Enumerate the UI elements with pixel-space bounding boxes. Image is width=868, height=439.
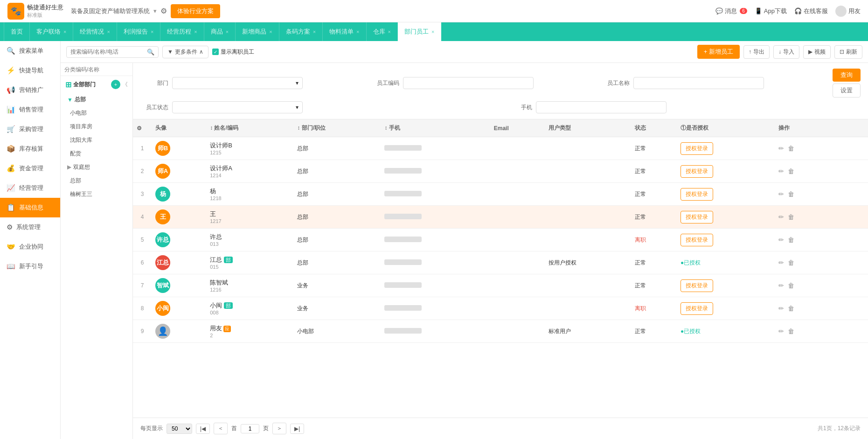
nav-guide[interactable]: 📖 新手引导	[0, 257, 60, 276]
auth-login-button[interactable]: 授权登录	[681, 302, 713, 315]
nav-system[interactable]: ⚙ 系统管理	[0, 217, 60, 237]
tab-customer[interactable]: 客户联络×	[30, 22, 73, 41]
dept-general-hq[interactable]: ▼ 总部	[61, 93, 132, 106]
auth-login-button[interactable]: 授权登录	[681, 211, 713, 223]
show-resigned-checkbox[interactable]: ✓	[212, 49, 219, 55]
nav-collab[interactable]: 🤝 企业协同	[0, 237, 60, 257]
nav-purchase[interactable]: 🛒 采购管理	[0, 119, 60, 139]
nav-inventory[interactable]: 📦 库存核算	[0, 139, 60, 159]
close-icon[interactable]: ×	[356, 29, 359, 35]
nav-marketing[interactable]: 📢 营销推广	[0, 80, 60, 100]
search-input[interactable]	[70, 49, 145, 55]
filter-empcode-input[interactable]	[403, 77, 534, 89]
online-service-button[interactable]: 🎧 在线客服	[794, 7, 828, 15]
delete-icon[interactable]: 🗑	[788, 190, 794, 198]
tab-history[interactable]: 经营历程×	[160, 22, 204, 41]
edit-icon[interactable]: ✏	[778, 190, 784, 198]
edit-icon[interactable]: ✏	[778, 145, 784, 152]
prev-page-button[interactable]: ＜	[214, 423, 228, 434]
close-icon[interactable]: ×	[388, 29, 391, 35]
dept-distribution[interactable]: 配货	[61, 147, 132, 160]
edit-icon[interactable]: ✏	[778, 167, 784, 175]
filter-phone-input[interactable]	[536, 101, 667, 113]
close-icon[interactable]: ×	[151, 29, 153, 35]
show-resigned-checkbox-wrap[interactable]: ✓ 显示离职员工	[212, 48, 254, 56]
set-button[interactable]: 设置	[833, 84, 861, 98]
tab-dept-staff[interactable]: 部门员工×	[398, 22, 441, 41]
tab-profit[interactable]: 利润报告×	[117, 22, 160, 41]
nav-search-menu[interactable]: 🔍 搜索菜单	[0, 41, 60, 61]
print-button[interactable]: ⊡ 刷新	[834, 45, 862, 59]
dept-nanshuwang[interactable]: 楠树王三	[61, 188, 132, 201]
edit-icon[interactable]: ✏	[778, 259, 784, 266]
tab-business[interactable]: 经营情况×	[73, 22, 117, 41]
edit-icon[interactable]: ✏	[778, 213, 784, 221]
edit-icon[interactable]: ✏	[778, 328, 784, 335]
close-icon[interactable]: ×	[63, 29, 66, 35]
close-icon[interactable]: ×	[431, 29, 434, 35]
video-button[interactable]: ▶ 视频	[803, 45, 831, 59]
nav-basic-info[interactable]: 📋 基础信息	[0, 198, 60, 217]
tab-warehouse[interactable]: 仓库×	[367, 22, 398, 41]
dropdown-arrow-icon[interactable]: ▾	[153, 7, 157, 14]
edit-icon[interactable]: ✏	[778, 282, 784, 289]
first-page-button[interactable]: |◀	[196, 424, 210, 434]
filter-dept-select[interactable]: ▾	[172, 77, 303, 89]
delete-icon[interactable]: 🗑	[788, 305, 794, 312]
dept-hq[interactable]: 总部	[61, 174, 132, 188]
auth-login-button[interactable]: 授权登录	[681, 188, 713, 201]
filter-status-select[interactable]: ▾	[172, 101, 303, 113]
tab-home[interactable]: 首页	[4, 22, 30, 41]
delete-icon[interactable]: 🗑	[788, 167, 794, 175]
add-dept-button[interactable]: +	[111, 80, 120, 89]
delete-icon[interactable]: 🗑	[788, 282, 794, 289]
nav-finance[interactable]: 💰 资金管理	[0, 159, 60, 178]
auth-login-button[interactable]: 授权登录	[681, 142, 713, 155]
delete-icon[interactable]: 🗑	[788, 236, 794, 244]
message-button[interactable]: 💬 消息 6	[715, 7, 747, 15]
delete-icon[interactable]: 🗑	[788, 259, 794, 266]
collapse-sidebar-button[interactable]: 《	[122, 81, 128, 89]
th-settings[interactable]: ⚙	[133, 119, 152, 137]
nav-sales[interactable]: 📊 销售管理	[0, 100, 60, 119]
export-button[interactable]: ↑ 导出	[743, 45, 770, 59]
next-page-button[interactable]: ＞	[272, 423, 286, 434]
close-icon[interactable]: ×	[226, 29, 229, 35]
last-page-button[interactable]: ▶|	[290, 424, 304, 434]
per-page-select[interactable]: 50 100 200	[167, 424, 192, 434]
nav-operations[interactable]: 📈 经营管理	[0, 178, 60, 198]
edit-icon[interactable]: ✏	[778, 305, 784, 312]
auth-login-button[interactable]: 授权登录	[681, 279, 713, 292]
close-icon[interactable]: ×	[107, 29, 110, 35]
dept-shuangt[interactable]: ▶双庭想	[61, 160, 132, 174]
page-input[interactable]	[241, 424, 259, 433]
dept-search-input[interactable]	[64, 66, 133, 73]
dept-small-elec[interactable]: 小电部	[61, 106, 132, 120]
query-button[interactable]: 查询	[833, 69, 861, 82]
more-filter-button[interactable]: ▼ 更多条件 ∧	[162, 46, 208, 58]
tab-goods[interactable]: 商品×	[204, 22, 236, 41]
delete-icon[interactable]: 🗑	[788, 328, 794, 335]
auth-login-button[interactable]: 授权登录	[681, 234, 713, 246]
tab-barcode[interactable]: 条码方案×	[279, 22, 323, 41]
settings-gear-button[interactable]: ⚙	[160, 7, 167, 15]
add-employee-button[interactable]: + 新增员工	[697, 45, 740, 59]
edit-icon[interactable]: ✏	[778, 236, 784, 244]
dept-shenyang[interactable]: 沈阳大库	[61, 133, 132, 147]
filter-empname-input[interactable]	[633, 77, 764, 89]
delete-icon[interactable]: 🗑	[788, 213, 794, 221]
delete-icon[interactable]: 🗑	[788, 145, 794, 152]
nav-quick-nav[interactable]: ⚡ 快捷导航	[0, 61, 60, 80]
close-icon[interactable]: ×	[269, 29, 272, 35]
trial-button[interactable]: 体验行业方案	[171, 4, 220, 18]
auth-login-button[interactable]: 授权登录	[681, 165, 713, 178]
close-icon[interactable]: ×	[194, 29, 197, 35]
tab-add-goods[interactable]: 新增商品×	[236, 22, 279, 41]
all-depts-row[interactable]: ⊞ 全部部门 + 《	[61, 76, 132, 93]
user-menu-button[interactable]: 用友	[835, 6, 861, 17]
close-icon[interactable]: ×	[313, 29, 316, 35]
app-download-button[interactable]: 📱 App下载	[755, 7, 787, 15]
import-button[interactable]: ↓ 导入	[773, 45, 799, 59]
tab-bom[interactable]: 物料清单×	[323, 22, 366, 41]
dept-project-room[interactable]: 项目库房	[61, 120, 132, 133]
